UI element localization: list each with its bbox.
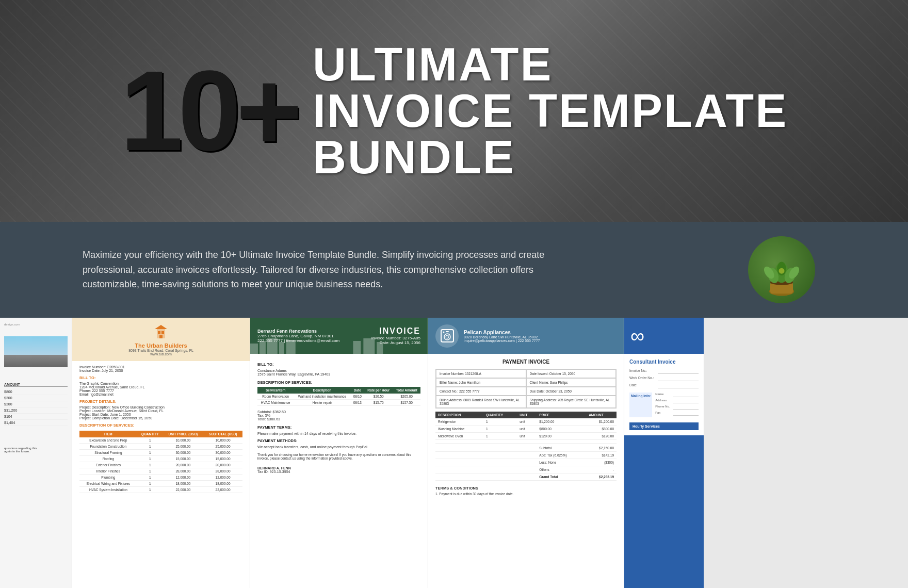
card4-billing-addr: Billing Address: 8009 Randall Road SW Hu…: [436, 396, 526, 408]
card4-address: 8020 Berancoy Lane SW Huntsville, AL 358…: [464, 335, 540, 339]
card4-th-price: PRICE: [537, 412, 586, 418]
card2-invoice-number: Invoice Number: C2050-001: [79, 365, 242, 369]
card2-invoice-date: Invoice Date: July 21, 2050: [79, 369, 242, 372]
card4-body: PAYMENT INVOICE Invoice Number: 1521268-…: [428, 354, 624, 501]
preview-card-1: design.com AMOUNT $800 $300 $200 $31,200…: [0, 318, 72, 588]
card4-tax-row: Add: Tax (6.625%) $142.19: [435, 452, 617, 459]
card3-th-rate: Rate per Hour: [364, 387, 393, 394]
card2-company: The Urban Builders: [79, 342, 242, 349]
table-row: Refrigerator1unit$1,200.00$1,200.00: [435, 418, 617, 426]
card4-grand-total-label: Grand Total: [537, 473, 586, 481]
hero-title-line1: ULTIMATE: [313, 41, 788, 88]
previews-section: design.com AMOUNT $800 $300 $200 $31,200…: [0, 318, 908, 588]
card4-terms-label: TERMS & CONDITIONS: [435, 486, 617, 491]
card5-header: ∞: [624, 318, 704, 354]
card5-invoice-no-label: Invoice No.:: [629, 369, 658, 372]
card3-th-total: Total Amount: [393, 387, 420, 394]
card4-terms-text: 1. Payment is due within 30 days of the …: [435, 492, 617, 496]
card5-work-order-line: [658, 376, 699, 381]
plant-icon: [753, 241, 810, 298]
svg-point-25: [446, 335, 449, 338]
svg-rect-11: [158, 331, 160, 334]
card4-company: Pelican Appliances: [464, 330, 540, 335]
hero-section: 10+ ULTIMATE INVOICE TEMPLATE BUNDLE: [0, 0, 908, 222]
card3-subtotal: Subtotal: $362.50: [257, 410, 420, 414]
card4-shipping-addr: Shipping Address: 705 Royce Circle SE Hu…: [526, 396, 617, 408]
svg-point-24: [444, 334, 450, 340]
card4-client: Client Name: Sara Philips: [526, 378, 617, 387]
card3-company: Bernard Fenn Renovations: [257, 329, 339, 334]
card5-mailing-fields: Name Address Phone No. Fax: [652, 393, 699, 417]
card2-project-start: Project Start Date: June 1, 2050: [79, 413, 242, 416]
card2-website: www.tub.com: [79, 352, 242, 356]
card3-tax: Tax: 5%: [257, 414, 420, 417]
card4-subtotal-row: Subtotal $2,150.00: [435, 444, 617, 452]
card4-header: Pelican Appliances 8020 Berancoy Lane SW…: [428, 318, 624, 354]
svg-rect-19: [286, 340, 296, 354]
table-row: Washing Machine1unit$800.00$800.00: [435, 426, 617, 433]
card2-bill-to-email: Email: tgc@zmail.net: [79, 393, 242, 396]
card2-tagline: 8093 Trails End Road, Coral Springs, FL: [79, 349, 242, 352]
card4-less-label: Less: None: [537, 459, 586, 466]
card3-th-desc: Description: [294, 387, 350, 394]
card2-th-subtotal: SUBTOTAL (USD): [203, 431, 242, 437]
card4-date-issued: Date Issued: October 15, 2050: [526, 369, 617, 378]
table-row: Structural Framing130,000.0030,000.00: [79, 450, 242, 456]
card2-body: Invoice Number: C2050-001 Invoice Date: …: [72, 361, 250, 497]
card1-row-0: $800: [4, 389, 68, 395]
subtitle-band: Maximize your efficiency with the 10+ Ul…: [0, 222, 908, 318]
card4-others-row: Others -: [435, 466, 617, 473]
card1-row-1: $300: [4, 395, 68, 401]
card4-subtotal-label: Subtotal: [537, 444, 586, 452]
card5-name-row: Name: [655, 393, 699, 397]
preview-card-2: The Urban Builders 8093 Trails End Road,…: [72, 318, 250, 588]
card5-date-field: Date:: [629, 383, 699, 388]
card4-th-desc: DESCRIPTION: [435, 412, 483, 418]
skyline-decoration: [250, 336, 428, 354]
card2-header: The Urban Builders 8093 Trails End Road,…: [72, 318, 250, 361]
card1-row-4: $104: [4, 414, 68, 420]
svg-rect-21: [363, 338, 375, 354]
card4-others-label: Others: [537, 466, 586, 473]
card5-work-order-label: Work Order No.:: [629, 376, 658, 380]
card5-fax-line: [673, 411, 699, 416]
card5-phone-line: [673, 405, 699, 410]
card5-mailing-section: Mailing Info: Name Address Phone No.: [629, 393, 699, 417]
urban-builders-icon: [153, 324, 169, 340]
card4-invoice-number: Invoice Number: 1521268-A: [436, 369, 526, 378]
card5-mailing-label: Mailing Info:: [629, 393, 652, 417]
table-row: Plumbing112,000.0012,000.00: [79, 475, 242, 481]
card5-hourly-label: Hourly Services: [629, 422, 699, 430]
card1-row-5: $1,404: [4, 420, 68, 426]
card4-less-row: Less: None ($300): [435, 459, 617, 466]
svg-rect-17: [267, 338, 278, 354]
card3-total: Total: $380.63: [257, 417, 420, 421]
card3-tax-id: Tax ID: 923-15-3954: [257, 470, 420, 473]
card4-th-amount: AMOUNT: [586, 412, 617, 418]
card3-payment-terms: Please make payment within 14 days of re…: [257, 432, 420, 435]
svg-point-9: [779, 268, 785, 274]
card2-project-location: Project Location: McDonald Avenue, Saint…: [79, 409, 242, 413]
card4-less-value: ($300): [586, 459, 617, 466]
card4-th-unit: UNIT: [517, 412, 537, 418]
hero-title-line2: INVOICE TEMPLATE: [313, 88, 788, 134]
card3-signature: BERNARD A. FENN: [257, 466, 420, 470]
card5-date-label: Date:: [629, 383, 658, 387]
card5-invoice-no-field: Invoice No.:: [629, 369, 699, 374]
card1-website: design.com: [4, 323, 68, 326]
card3-th-service: Service/Item: [257, 387, 294, 394]
card3-payment-methods: We accept bank transfers, cash, and onli…: [257, 445, 420, 449]
card3-bill-to-label: BILL TO:: [257, 362, 420, 367]
card3-th-date: Date: [351, 387, 364, 394]
card5-name-label: Name: [655, 393, 673, 397]
card3-body: BILL TO: Constance Adams 1575 Saint Fran…: [250, 354, 428, 479]
card2-project-label: PROJECT DETAILS:: [79, 399, 242, 404]
infinity-icon: ∞: [630, 326, 644, 346]
washer-icon: [435, 324, 459, 348]
card2-project-desc: Project Description: New Office Building…: [79, 405, 242, 409]
hero-content: 10+ ULTIMATE INVOICE TEMPLATE BUNDLE: [120, 41, 788, 181]
card3-services-table: Service/Item Description Date Rate per H…: [257, 387, 420, 406]
table-row: Exterior Finishes120,000.0020,000.00: [79, 462, 242, 468]
card3-payment-terms-label: PAYMENT TERMS:: [257, 425, 420, 430]
card5-address-line: [673, 399, 699, 403]
